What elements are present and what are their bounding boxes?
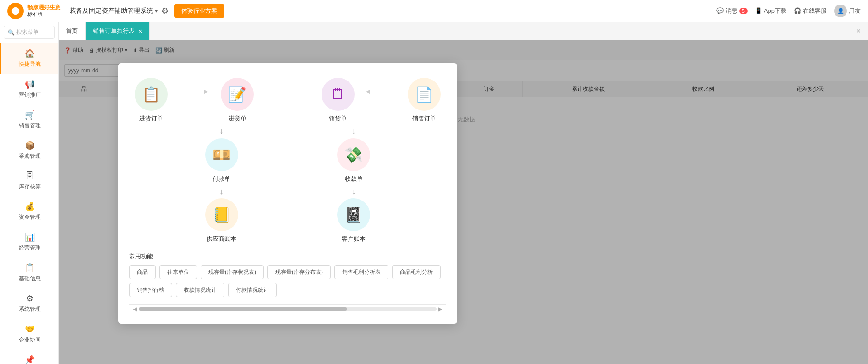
- scroll-left-icon[interactable]: ◀: [133, 306, 137, 312]
- common-btn-商品[interactable]: 商品: [129, 265, 156, 279]
- purchase-order-label: 进货订单: [139, 114, 163, 123]
- sales-bill-label: 销货单: [329, 114, 347, 123]
- sidebar-icon-finance: 💰: [25, 201, 35, 212]
- logo-area: 畅康通好生意 标准版: [7, 3, 66, 19]
- supplier-account-label: 供应商账本: [207, 235, 236, 243]
- system-title-dropdown[interactable]: ▾: [155, 8, 158, 14]
- common-btn-销售排行榜[interactable]: 销售排行榜: [129, 283, 172, 297]
- app-download-item[interactable]: 📱 App下载: [755, 7, 786, 15]
- common-functions-section: 常用功能 商品往来单位现存量(库存状况表)现存量(库存分布表)销售毛利分析表商品…: [129, 252, 446, 297]
- purchase-bill-circle[interactable]: 📝: [221, 78, 254, 111]
- tab-label-sales-order: 销售订单执行表: [93, 27, 135, 35]
- common-buttons: 商品往来单位现存量(库存状况表)现存量(库存分布表)销售毛利分析表商品毛利分析销…: [129, 265, 446, 297]
- system-title: 装备及固定资产辅助管理系统: [70, 7, 153, 15]
- flow-modal: 📋 进货订单 - - - - ▶ 📝: [118, 63, 457, 324]
- experience-button[interactable]: 体验行业方案: [174, 4, 224, 18]
- common-btn-收款情况统计[interactable]: 收款情况统计: [176, 283, 224, 297]
- flow-node-purchase-bill[interactable]: 📝 进货单: [221, 78, 254, 123]
- sidebar-icon-operation: 📊: [25, 232, 35, 242]
- common-btn-现存量(库存分布表)[interactable]: 现存量(库存分布表): [267, 265, 331, 279]
- top-right-bar: 💬 消息 5 📱 App下载 🎧 在线客服 👤 用友: [716, 5, 861, 17]
- sales-bill-circle[interactable]: 🗒: [322, 78, 355, 111]
- sidebar-icon-purchase: 📦: [25, 141, 35, 151]
- sidebar-item-operation[interactable]: 📊经营管理: [0, 227, 58, 257]
- scroll-track: [139, 307, 437, 311]
- message-badge: 5: [739, 8, 748, 14]
- flow-node-purchase-order[interactable]: 📋 进货订单: [135, 78, 168, 123]
- common-functions-title: 常用功能: [129, 252, 446, 261]
- supplier-account-circle[interactable]: 📒: [205, 198, 238, 231]
- sidebar-icon-sales: 🛒: [25, 110, 35, 120]
- flow-node-supplier-account[interactable]: 📒 供应商账本: [205, 198, 238, 243]
- settings-button[interactable]: ⚙: [161, 6, 169, 16]
- sales-order-icon: 📄: [415, 86, 433, 103]
- flow-node-customer-account[interactable]: 📓 客户账本: [337, 198, 370, 243]
- common-btn-商品毛利分析[interactable]: 商品毛利分析: [392, 265, 441, 279]
- tab-bar-close-button[interactable]: ×: [849, 27, 868, 35]
- search-icon: 🔍: [8, 29, 15, 36]
- sales-order-label: 销售订单: [412, 114, 436, 123]
- purchase-bill-icon: 📝: [228, 86, 246, 103]
- flow-node-payment-bill[interactable]: 💴 付款单: [205, 138, 238, 183]
- payment-bill-circle[interactable]: 💴: [205, 138, 238, 171]
- sales-order-circle[interactable]: 📄: [408, 78, 441, 111]
- scrollbar-area[interactable]: ◀ ▶: [129, 304, 446, 313]
- tab-label-home: 首页: [66, 27, 78, 35]
- flow-node-sales-order[interactable]: 📄 销售订单: [408, 78, 441, 123]
- arrow-down-supplier: ↓: [219, 187, 224, 197]
- message-item[interactable]: 💬 消息 5: [716, 7, 748, 15]
- sales-bill-icon: 🗒: [331, 86, 345, 103]
- receipt-bill-icon: 💸: [344, 146, 363, 163]
- purchase-order-circle[interactable]: 📋: [135, 78, 168, 111]
- search-menu-button[interactable]: 🔍 搜索菜单: [4, 26, 55, 39]
- sidebar-item-sales[interactable]: 🛒销售管理: [0, 104, 58, 135]
- sidebar-item-quick-nav[interactable]: 🏠快捷导航: [0, 43, 58, 74]
- online-service-item[interactable]: 🎧 在线客服: [794, 7, 827, 15]
- purchase-order-icon: 📋: [142, 86, 160, 103]
- modal-overlay[interactable]: 📋 进货订单 - - - - ▶ 📝: [59, 40, 868, 364]
- sidebar-icon-inventory: 🗄: [26, 171, 34, 181]
- arrow-down-customer: ↓: [352, 187, 356, 197]
- sidebar-icon-enterprise: 🤝: [25, 324, 35, 334]
- sidebar-item-finance[interactable]: 💰资金管理: [0, 196, 58, 227]
- user-profile-item[interactable]: 👤 用友: [834, 5, 861, 17]
- sidebar-item-inventory[interactable]: 🗄库存核算: [0, 166, 58, 196]
- scroll-thumb[interactable]: [139, 307, 347, 311]
- svg-point-0: [12, 7, 20, 15]
- arrow-h2: ◀ - - - -: [366, 78, 397, 95]
- message-icon: 💬: [716, 7, 724, 14]
- content-area: 首页销售订单执行表×× ❓ 帮助 🖨 按模板打印 ▾ ⬆: [59, 22, 868, 364]
- scroll-right-icon[interactable]: ▶: [438, 306, 442, 312]
- receipt-bill-label: 收款单: [345, 175, 363, 183]
- common-btn-现存量(库存状况表)[interactable]: 现存量(库存状况表): [201, 265, 264, 279]
- sidebar-icon-basic-info: 📋: [25, 263, 35, 273]
- tab-bar: 首页销售订单执行表××: [59, 22, 868, 40]
- sidebar-item-system[interactable]: ⚙系统管理: [0, 288, 58, 319]
- tab-home[interactable]: 首页: [59, 22, 86, 40]
- purchase-bill-label: 进货单: [229, 114, 246, 123]
- sidebar-item-marketing[interactable]: 📢营销推广: [0, 74, 58, 104]
- common-btn-付款情况统计[interactable]: 付款情况统计: [228, 283, 277, 297]
- customer-account-circle[interactable]: 📓: [337, 198, 370, 231]
- sidebar-item-basic-info[interactable]: 📋基础信息: [0, 257, 58, 288]
- tab-close-sales-order[interactable]: ×: [138, 28, 142, 34]
- receipt-bill-circle[interactable]: 💸: [337, 138, 370, 171]
- common-btn-销售毛利分析表[interactable]: 销售毛利分析表: [334, 265, 388, 279]
- sidebar-icon-quick-nav: 🏠: [25, 49, 35, 59]
- user-avatar: 👤: [834, 5, 847, 17]
- flow-node-receipt-bill[interactable]: 💸 收款单: [337, 138, 370, 183]
- sidebar-item-enterprise[interactable]: 🤝企业协同: [0, 319, 58, 349]
- sidebar-item-newbie[interactable]: 📌新手引导: [0, 349, 58, 364]
- logo-text: 畅康通好生意 标准版: [27, 4, 60, 18]
- sidebar-item-purchase[interactable]: 📦采购管理: [0, 135, 58, 166]
- arrow-down-payment: ↓: [219, 126, 224, 136]
- logo-icon: [7, 3, 24, 19]
- customer-account-icon: 📓: [344, 206, 363, 223]
- payment-bill-label: 付款单: [213, 175, 230, 183]
- flow-node-sales-bill[interactable]: 🗒 销货单: [322, 78, 355, 123]
- sidebar: 🔍 搜索菜单 🏠快捷导航📢营销推广🛒销售管理📦采购管理🗄库存核算💰资金管理📊经营…: [0, 22, 59, 364]
- sidebar-items: 🏠快捷导航📢营销推广🛒销售管理📦采购管理🗄库存核算💰资金管理📊经营管理📋基础信息…: [0, 43, 58, 364]
- tab-sales-order[interactable]: 销售订单执行表×: [86, 22, 150, 40]
- common-btn-往来单位[interactable]: 往来单位: [159, 265, 197, 279]
- sidebar-icon-system: ⚙: [26, 293, 33, 304]
